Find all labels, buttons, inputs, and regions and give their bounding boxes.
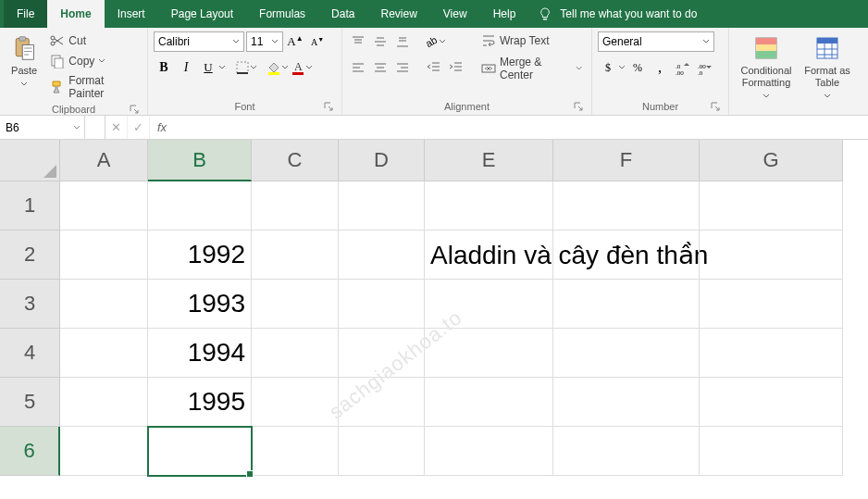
percent-button[interactable]: % — [627, 57, 648, 78]
decrease-decimal-button[interactable]: .00.0 — [694, 57, 714, 78]
cell-D3[interactable] — [339, 280, 425, 329]
fx-icon[interactable]: fx — [150, 116, 174, 139]
cell-B3[interactable]: 1993 — [148, 280, 252, 329]
row-header-1[interactable]: 1 — [0, 181, 60, 231]
border-button[interactable] — [235, 60, 257, 75]
cell-A6[interactable] — [60, 427, 148, 476]
cell-E3[interactable] — [425, 280, 553, 329]
cell-D5[interactable] — [339, 378, 425, 427]
orientation-button[interactable]: ab — [424, 34, 446, 49]
tab-help[interactable]: Help — [480, 0, 529, 28]
cell-C2[interactable] — [252, 231, 339, 280]
column-header-E[interactable]: E — [425, 140, 553, 181]
cell-A2[interactable] — [60, 231, 148, 280]
cell-E5[interactable] — [425, 378, 553, 427]
cell-F2[interactable] — [553, 231, 700, 280]
tab-home[interactable]: Home — [47, 0, 104, 28]
font-size-select[interactable]: 11 — [246, 31, 283, 52]
increase-indent-button[interactable] — [446, 57, 466, 78]
cell-A4[interactable] — [60, 329, 148, 378]
cell-G3[interactable] — [700, 280, 843, 329]
cell-C6[interactable] — [252, 427, 339, 476]
row-header-4[interactable]: 4 — [0, 329, 60, 378]
tab-page-layout[interactable]: Page Layout — [158, 0, 246, 28]
tab-file[interactable]: File — [4, 0, 47, 28]
cell-F6[interactable] — [553, 427, 700, 476]
italic-button[interactable]: I — [176, 57, 196, 78]
format-painter-button[interactable]: Format Painter — [46, 72, 142, 102]
align-left-button[interactable] — [348, 57, 368, 78]
cell-D4[interactable] — [339, 329, 425, 378]
cell-C3[interactable] — [252, 280, 339, 329]
number-launcher[interactable] — [710, 101, 721, 112]
format-as-table-button[interactable]: Format as Table — [801, 31, 853, 110]
alignment-launcher[interactable] — [573, 101, 584, 112]
cell-A5[interactable] — [60, 378, 148, 427]
cell-G1[interactable] — [700, 181, 843, 231]
cell-B4[interactable]: 1994 — [148, 329, 252, 378]
formula-input[interactable] — [174, 116, 868, 139]
align-center-button[interactable] — [370, 57, 391, 78]
row-header-3[interactable]: 3 — [0, 280, 60, 329]
wrap-text-button[interactable]: Wrap Text — [477, 31, 586, 50]
number-format-select[interactable]: General — [598, 31, 714, 52]
cell-D6[interactable] — [339, 427, 425, 476]
tell-me-search[interactable]: Tell me what you want to do — [538, 0, 697, 28]
chevron-down-icon[interactable] — [218, 64, 226, 71]
comma-button[interactable]: , — [650, 57, 670, 78]
decrease-indent-button[interactable] — [424, 57, 444, 78]
enter-formula-button[interactable]: ✓ — [128, 116, 150, 139]
underline-button[interactable]: U — [198, 57, 218, 78]
cell-B6[interactable] — [148, 427, 252, 476]
decrease-font-button[interactable]: A▼ — [307, 31, 328, 52]
row-header-2[interactable]: 2 — [0, 231, 60, 280]
cell-F3[interactable] — [553, 280, 700, 329]
font-launcher[interactable] — [323, 101, 334, 112]
cell-G6[interactable] — [700, 427, 843, 476]
row-header-6[interactable]: 6 — [0, 427, 60, 476]
font-name-select[interactable]: Calibri — [154, 31, 244, 52]
cell-F5[interactable] — [553, 378, 700, 427]
cell-B2[interactable]: 1992 — [148, 231, 252, 280]
cell-F1[interactable] — [553, 181, 700, 231]
bold-button[interactable]: B — [154, 57, 174, 78]
fill-color-button[interactable] — [267, 60, 289, 75]
cell-E6[interactable] — [425, 427, 553, 476]
cell-G2[interactable] — [700, 231, 843, 280]
align-bottom-button[interactable] — [392, 31, 413, 52]
cell-D1[interactable] — [339, 181, 425, 231]
cell-E4[interactable] — [425, 329, 553, 378]
column-header-A[interactable]: A — [60, 140, 148, 181]
cell-C1[interactable] — [252, 181, 339, 231]
cell-C4[interactable] — [252, 329, 339, 378]
cell-E2[interactable]: Aladdin và cây đèn thần — [425, 231, 553, 280]
accounting-format-button[interactable]: $ — [598, 57, 626, 78]
tab-insert[interactable]: Insert — [105, 0, 158, 28]
cell-A1[interactable] — [60, 181, 148, 231]
cell-A3[interactable] — [60, 280, 148, 329]
clipboard-launcher[interactable] — [129, 104, 140, 115]
cell-E1[interactable] — [425, 181, 553, 231]
name-box[interactable]: B6 — [0, 116, 85, 139]
row-header-5[interactable]: 5 — [0, 378, 60, 427]
cell-B5[interactable]: 1995 — [148, 378, 252, 427]
font-color-button[interactable]: A — [291, 60, 313, 75]
align-middle-button[interactable] — [370, 31, 391, 52]
cut-button[interactable]: Cut — [46, 31, 142, 50]
merge-center-button[interactable]: Merge & Center — [477, 54, 586, 83]
paste-button[interactable]: Paste — [6, 31, 43, 102]
align-top-button[interactable] — [348, 31, 368, 52]
column-header-D[interactable]: D — [339, 140, 425, 181]
increase-font-button[interactable]: A▲ — [285, 31, 305, 52]
tab-formulas[interactable]: Formulas — [246, 0, 318, 28]
tab-view[interactable]: View — [430, 0, 480, 28]
increase-decimal-button[interactable]: .0.00 — [672, 57, 692, 78]
column-header-C[interactable]: C — [252, 140, 339, 181]
cancel-formula-button[interactable]: ✕ — [105, 116, 128, 139]
cell-G5[interactable] — [700, 378, 843, 427]
column-header-F[interactable]: F — [553, 140, 700, 181]
cell-C5[interactable] — [252, 378, 339, 427]
cell-G4[interactable] — [700, 329, 843, 378]
conditional-formatting-button[interactable]: Conditional Formatting — [735, 31, 798, 110]
cell-D2[interactable] — [339, 231, 425, 280]
